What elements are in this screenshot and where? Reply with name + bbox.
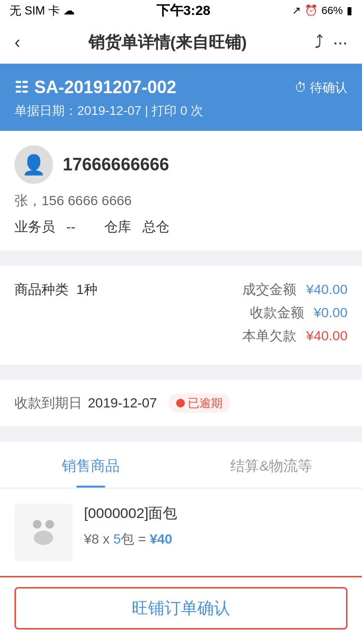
customer-meta: 业务员 -- 仓库 总仓 <box>14 218 348 236</box>
product-type-value: 1种 <box>76 280 97 299</box>
transaction-value: ¥40.00 <box>306 282 348 297</box>
divider-2 <box>0 372 362 380</box>
product-type-label: 商品种类 <box>14 280 69 299</box>
debt-label: 本单欠款 <box>242 327 296 345</box>
product-price: ¥8 x 5包 = ¥40 <box>84 530 348 548</box>
nav-left[interactable]: ‹ <box>14 32 20 53</box>
product-name: [0000002]面包 <box>84 504 348 523</box>
transaction-row: 成交金额 ¥40.00 <box>242 280 348 299</box>
total-price: ¥40 <box>150 532 172 546</box>
confirm-order-button[interactable]: 旺铺订单确认 <box>14 587 348 630</box>
tab-settlement[interactable]: 结算&物流等 <box>181 442 362 488</box>
customer-phone: 17666666666 <box>63 154 169 175</box>
product-section: [0000002]面包 ¥8 x 5包 = ¥40 <box>0 489 362 586</box>
payment-value: ¥0.00 <box>314 305 348 321</box>
order-status: ⏱ 待确认 <box>294 79 348 96</box>
order-id: ☷ SA-20191207-002 <box>14 77 176 98</box>
tab-sales-products[interactable]: 销售商品 <box>0 442 181 488</box>
overdue-text: 已逾期 <box>188 395 223 411</box>
order-header-card: ☷ SA-20191207-002 ⏱ 待确认 单据日期：2019-12-07 … <box>0 64 362 131</box>
tab-settlement-label: 结算&物流等 <box>230 458 312 474</box>
status-bar: 无 SIM 卡 ☁ 下午3:28 ↗ ⏰ 66% ▮ <box>0 0 362 21</box>
battery-status: 66% <box>321 4 343 17</box>
debt-value: ¥40.00 <box>306 328 348 344</box>
salesperson-label: 业务员 <box>14 219 55 234</box>
tab-sales-label: 销售商品 <box>62 458 120 474</box>
order-icon: ☷ <box>14 78 28 97</box>
debt-row: 本单欠款 ¥40.00 <box>242 327 348 345</box>
product-item: [0000002]面包 ¥8 x 5包 = ¥40 <box>14 504 348 561</box>
due-date-value: 2019-12-07 <box>88 395 157 411</box>
product-info: [0000002]面包 ¥8 x 5包 = ¥40 <box>84 504 348 548</box>
tabs-row: 销售商品 结算&物流等 <box>0 442 362 488</box>
product-image <box>14 504 72 561</box>
order-status-text: 待确认 <box>310 79 348 96</box>
due-label: 收款到期日 <box>14 394 82 412</box>
alarm-icon: ⏰ <box>305 4 318 17</box>
overdue-badge: 已逾期 <box>168 393 230 413</box>
payment-label: 收款金额 <box>250 304 304 322</box>
salesperson-field: 业务员 -- <box>14 218 75 236</box>
owl-body <box>34 531 53 545</box>
divider-3 <box>0 434 362 442</box>
payment-row: 收款金额 ¥0.00 <box>242 304 348 322</box>
status-left: 无 SIM 卡 ☁ <box>10 3 75 18</box>
customer-section: 👤 17666666666 张，156 6666 6666 业务员 -- 仓库 … <box>0 131 362 251</box>
divider-1 <box>0 258 362 266</box>
order-id-text: SA-20191207-002 <box>34 77 176 98</box>
nav-bar: ‹ 销货单详情(来自旺铺) ⤴ ··· <box>0 21 362 64</box>
owl-eye-left <box>33 520 42 529</box>
customer-name: 张，156 6666 6666 <box>14 192 348 210</box>
overdue-dot-icon <box>176 399 185 407</box>
sim-status: 无 SIM 卡 ☁ <box>10 3 75 18</box>
page-title: 销货单详情(来自旺铺) <box>88 31 247 54</box>
location-icon: ↗ <box>292 4 301 17</box>
salesperson-value: -- <box>66 219 75 234</box>
confirm-button-wrap: 旺铺订单确认 <box>0 576 362 644</box>
warehouse-label: 仓库 <box>104 219 131 234</box>
avatar-icon: 👤 <box>22 154 46 176</box>
order-date: 单据日期：2019-12-07 | 打印 0 次 <box>14 102 348 119</box>
warehouse-field: 仓库 总仓 <box>104 218 169 236</box>
battery-icon: ▮ <box>347 4 352 17</box>
product-type-field: 商品种类 1种 <box>14 280 97 299</box>
avatar: 👤 <box>14 145 53 184</box>
more-button[interactable]: ··· <box>333 32 348 53</box>
tabs-section: 销售商品 结算&物流等 <box>0 442 362 488</box>
qty-highlight: 5 <box>113 532 121 546</box>
amounts-panel: 成交金额 ¥40.00 收款金额 ¥0.00 本单欠款 ¥40.00 <box>242 280 348 350</box>
clock-icon: ⏱ <box>294 80 307 95</box>
owl-eyes <box>33 520 54 529</box>
back-button[interactable]: ‹ <box>14 32 20 53</box>
share-button[interactable]: ⤴ <box>315 32 323 53</box>
nav-right[interactable]: ⤴ ··· <box>315 32 348 53</box>
due-date-section: 收款到期日 2019-12-07 已逾期 <box>0 380 362 426</box>
status-time: 下午3:28 <box>156 1 210 20</box>
status-right: ↗ ⏰ 66% ▮ <box>292 4 352 17</box>
product-logo <box>14 504 72 561</box>
warehouse-value: 总仓 <box>142 219 169 234</box>
summary-section: 商品种类 1种 成交金额 ¥40.00 收款金额 ¥0.00 本单欠款 ¥40.… <box>0 266 362 364</box>
owl-eye-right <box>45 520 54 529</box>
transaction-label: 成交金额 <box>242 280 296 299</box>
